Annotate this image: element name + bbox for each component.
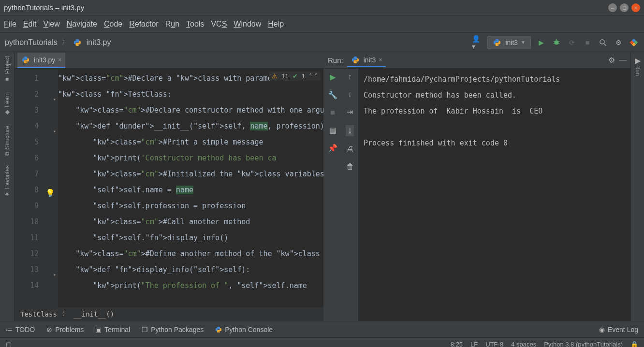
- console-output[interactable]: /home/fahmida/PycharmProjects/pythonTuto…: [359, 69, 630, 321]
- expand-right-icon[interactable]: ▶: [635, 56, 641, 65]
- menu-view[interactable]: View: [43, 20, 59, 29]
- status-line-ending[interactable]: LF: [470, 341, 478, 347]
- editor-tab-init3[interactable]: init3.py ×: [17, 53, 65, 68]
- soft-wrap-icon[interactable]: ⇥: [347, 107, 353, 116]
- menu-code[interactable]: Code: [104, 20, 122, 29]
- menu-vcs[interactable]: VCS: [211, 20, 227, 29]
- check-icon: ✔: [293, 72, 298, 80]
- stripe-structure[interactable]: ⧉Structure: [4, 126, 11, 156]
- stop-run-icon[interactable]: ■: [330, 108, 335, 117]
- status-indent[interactable]: 4 spaces: [511, 341, 536, 347]
- menu-run[interactable]: Run: [165, 20, 179, 29]
- svg-line-7: [604, 43, 606, 46]
- debug-button[interactable]: [551, 37, 562, 48]
- svg-line-5: [558, 43, 559, 44]
- print-icon[interactable]: 🖨: [346, 145, 354, 154]
- chevron-down-icon: ▼: [521, 40, 526, 45]
- minimize-button[interactable]: –: [608, 3, 617, 12]
- titlebar: pythonTutorials – init3.py – ◻ ×: [0, 0, 644, 15]
- bb-packages[interactable]: ❒ Python Packages: [142, 326, 204, 333]
- user-icon[interactable]: 👤▾: [472, 37, 483, 48]
- search-icon[interactable]: [598, 37, 608, 48]
- layout-icon[interactable]: ▤: [329, 126, 337, 135]
- bottom-bar: ≔ TODO ⊘ Problems ▣ Terminal ❒ Python Pa…: [0, 321, 644, 337]
- editor-pane: init3.py × 1 2▾ 3 4▾ 5 6 7 8💡 9 10 11: [15, 52, 324, 321]
- chevron-right-icon: 〉: [62, 310, 69, 318]
- editor-breadcrumb[interactable]: TestClass 〉 __init__(): [15, 307, 323, 321]
- stop-button[interactable]: ■: [582, 37, 593, 48]
- window-controls: – ◻ ×: [608, 3, 640, 12]
- run-button[interactable]: ▶: [536, 37, 546, 48]
- close-button[interactable]: ×: [631, 3, 640, 12]
- wrench-icon[interactable]: 🔧: [328, 90, 337, 100]
- bb-console[interactable]: Python Console: [215, 326, 273, 333]
- run-header: Run: init3 × ⚙ —: [324, 52, 630, 69]
- down-icon[interactable]: ↓: [348, 90, 352, 99]
- svg-point-6: [600, 40, 604, 44]
- stripe-learn[interactable]: ◆Learn: [4, 92, 11, 116]
- tool-windows-icon[interactable]: ▢: [6, 341, 20, 347]
- run-left-toolbar: ▶ 🔧 ■ ▤ 📌: [324, 69, 341, 321]
- menu-window[interactable]: Window: [234, 20, 261, 29]
- bb-eventlog[interactable]: ◉ Event Log: [599, 326, 638, 333]
- toolbar: pythonTutorials 〉 init3.py 👤▾ init3 ▼ ▶ …: [0, 33, 644, 52]
- next-highlight-icon[interactable]: ˅: [314, 72, 318, 80]
- settings-icon[interactable]: ⚙: [613, 37, 624, 48]
- main-area: ■Project ◆Learn ⧉Structure ★Favorites in…: [0, 52, 644, 321]
- lock-icon[interactable]: 🔒: [630, 341, 638, 347]
- python-file-icon: [21, 56, 30, 64]
- menu-help[interactable]: Help: [268, 20, 284, 29]
- inspection-widget[interactable]: ⚠11 ✔1 ˄˅: [269, 72, 321, 81]
- stripe-run[interactable]: Run: [634, 65, 641, 76]
- gutter: 1 2▾ 3 4▾ 5 6 7 8💡 9 10 11 12 13▾ 14: [15, 69, 58, 307]
- left-tool-stripe: ■Project ◆Learn ⧉Structure ★Favorites: [0, 52, 15, 321]
- menu-edit[interactable]: Edit: [23, 20, 37, 29]
- close-run-tab-icon[interactable]: ×: [379, 57, 382, 63]
- editor-tab-label: init3.py: [34, 56, 55, 64]
- up-icon[interactable]: ↑: [348, 72, 352, 81]
- chevron-right-icon: 〉: [61, 37, 69, 47]
- run-tab[interactable]: init3 ×: [347, 54, 386, 67]
- status-encoding[interactable]: UTF-8: [485, 341, 503, 347]
- hide-panel-icon[interactable]: —: [619, 56, 627, 65]
- status-caret[interactable]: 8:25: [451, 341, 463, 347]
- menu-file[interactable]: File: [4, 20, 16, 29]
- prev-highlight-icon[interactable]: ˄: [309, 72, 312, 80]
- warning-icon: ⚠: [272, 72, 278, 80]
- gear-icon[interactable]: ⚙: [608, 56, 615, 65]
- code-area[interactable]: "kw">class="cm">#Declare a "kw">class wi…: [58, 69, 323, 307]
- menu-navigate[interactable]: Navigate: [67, 20, 97, 29]
- rerun-icon[interactable]: ▶: [330, 72, 336, 82]
- status-bar: ▢ 8:25 LF UTF-8 4 spaces Python 3.8 (pyt…: [0, 337, 644, 347]
- run-mid-toolbar: ↑ ↓ ⇥ ⤓ 🖨 🗑: [341, 69, 359, 321]
- bb-problems[interactable]: ⊘ Problems: [46, 326, 84, 333]
- python-file-icon: [73, 38, 82, 47]
- svg-line-2: [554, 41, 555, 42]
- scroll-end-icon[interactable]: ⤓: [346, 125, 354, 136]
- bb-todo[interactable]: ≔ TODO: [6, 326, 35, 333]
- stripe-favorites[interactable]: ★Favorites: [4, 165, 11, 198]
- run-pane: Run: init3 × ⚙ — ▶ 🔧 ■ ▤: [324, 52, 630, 321]
- coverage-button[interactable]: ⟳: [567, 37, 577, 48]
- pin-icon[interactable]: 📌: [328, 144, 337, 153]
- stripe-project[interactable]: ■Project: [4, 56, 11, 83]
- maximize-button[interactable]: ◻: [620, 3, 629, 12]
- menu-tools[interactable]: Tools: [186, 20, 204, 29]
- trash-icon[interactable]: 🗑: [346, 162, 354, 171]
- run-config-name: init3: [505, 39, 518, 46]
- svg-line-4: [554, 43, 555, 44]
- bb-terminal[interactable]: ▣ Terminal: [95, 326, 130, 333]
- window-title: pythonTutorials – init3.py: [4, 3, 608, 12]
- run-config-selector[interactable]: init3 ▼: [487, 36, 531, 49]
- plugin-icon[interactable]: [629, 37, 639, 48]
- menubar: File Edit View Navigate Code Refactor Ru…: [0, 15, 644, 33]
- breadcrumb-project[interactable]: pythonTutorials: [5, 38, 58, 47]
- editor-body[interactable]: 1 2▾ 3 4▾ 5 6 7 8💡 9 10 11 12 13▾ 14 "kw…: [15, 69, 323, 307]
- close-tab-icon[interactable]: ×: [58, 57, 61, 63]
- menu-refactor[interactable]: Refactor: [129, 20, 158, 29]
- python-file-icon: [351, 56, 360, 64]
- breadcrumb-file[interactable]: init3.py: [87, 38, 111, 47]
- svg-point-0: [555, 40, 559, 44]
- editor-tabs: init3.py ×: [15, 52, 323, 69]
- status-interpreter[interactable]: Python 3.8 (pythonTutorials): [544, 341, 623, 347]
